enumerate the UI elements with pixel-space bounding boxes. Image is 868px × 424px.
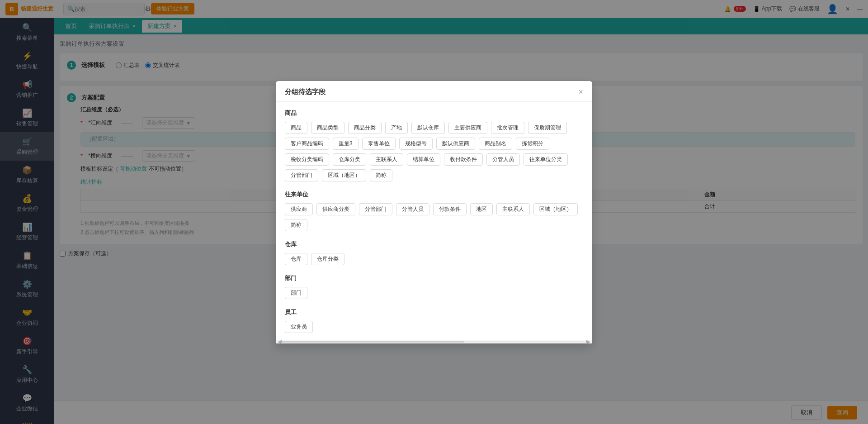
field-supplier-category[interactable]: 供应商分类 <box>316 203 355 215</box>
field-region[interactable]: 地区 <box>470 203 493 215</box>
field-payment-terms[interactable]: 收付款条件 <box>444 153 483 166</box>
field-customer-code[interactable]: 客户商品编码 <box>285 138 329 150</box>
field-dept[interactable]: 部门 <box>285 287 307 299</box>
scroll-right-btn[interactable]: ▶ <box>586 338 590 345</box>
section-partner-title: 往来单位 <box>285 191 583 199</box>
warehouse-fields: 仓库 仓库分类 <box>285 253 583 265</box>
field-default-warehouse[interactable]: 默认仓库 <box>411 122 445 134</box>
field-warehouse-category[interactable]: 仓库分类 <box>333 153 366 166</box>
section-dept-title: 部门 <box>285 274 583 282</box>
scroll-track <box>282 341 586 343</box>
field-main-contact[interactable]: 主联系人 <box>370 153 403 166</box>
modal-body: 商品 商品 商品类型 商品分类 产地 默认仓库 主要供应商 批次管理 保质期管理… <box>276 102 592 340</box>
section-employee: 员工 业务员 <box>285 308 583 333</box>
field-retail-unit[interactable]: 零售单位 <box>362 138 396 150</box>
field-salesperson[interactable]: 业务员 <box>285 321 313 333</box>
field-payment-cond[interactable]: 付款条件 <box>433 203 467 215</box>
modal-header: 分组待选字段 × <box>276 81 592 102</box>
field-abbr-partner[interactable]: 简称 <box>285 219 307 231</box>
section-dept: 部门 部门 <box>285 274 583 299</box>
modal-title: 分组待选字段 <box>285 88 326 96</box>
field-warehouse[interactable]: 仓库 <box>285 253 307 265</box>
section-warehouse: 仓库 仓库 仓库分类 <box>285 240 583 265</box>
field-partner-category[interactable]: 往来单位分类 <box>524 153 568 166</box>
field-origin[interactable]: 产地 <box>385 122 408 134</box>
field-area-partner[interactable]: 区域（地区） <box>533 203 578 215</box>
product-fields: 商品 商品类型 商品分类 产地 默认仓库 主要供应商 批次管理 保质期管理 客户… <box>285 122 583 181</box>
field-tax-code[interactable]: 税收分类编码 <box>285 153 329 166</box>
modal-overlay[interactable]: 分组待选字段 × 商品 商品 商品类型 商品分类 产地 默认仓库 主要供应商 批… <box>0 0 868 424</box>
field-abbr-product[interactable]: 简称 <box>370 169 392 181</box>
field-product-alias[interactable]: 商品别名 <box>479 138 512 150</box>
field-supervisor-partner[interactable]: 分管人员 <box>396 203 429 215</box>
field-product-category[interactable]: 商品分类 <box>348 122 382 134</box>
field-spec-model[interactable]: 规格型号 <box>399 138 433 150</box>
field-area-product[interactable]: 区域（地区） <box>322 169 366 181</box>
field-dept-mgr[interactable]: 分管部门 <box>285 169 318 181</box>
field-dept-partner[interactable]: 分管部门 <box>359 203 392 215</box>
field-main-contact-partner[interactable]: 主联系人 <box>496 203 530 215</box>
section-product-title: 商品 <box>285 109 583 117</box>
field-supplier[interactable]: 供应商 <box>285 203 313 215</box>
section-partner: 往来单位 供应商 供应商分类 分管部门 分管人员 付款条件 地区 主联系人 区域… <box>285 191 583 231</box>
section-employee-title: 员工 <box>285 308 583 316</box>
field-warehouse-cat[interactable]: 仓库分类 <box>311 253 344 265</box>
field-supervisor[interactable]: 分管人员 <box>486 153 520 166</box>
field-select-modal: 分组待选字段 × 商品 商品 商品类型 商品分类 产地 默认仓库 主要供应商 批… <box>276 81 592 343</box>
field-batch-mgmt[interactable]: 批次管理 <box>491 122 524 134</box>
field-expiry-mgmt[interactable]: 保质期管理 <box>528 122 567 134</box>
field-product-type[interactable]: 商品类型 <box>311 122 344 134</box>
field-main-supplier[interactable]: 主要供应商 <box>448 122 487 134</box>
dept-fields: 部门 <box>285 287 583 299</box>
scroll-thumb[interactable] <box>282 341 464 343</box>
section-warehouse-title: 仓库 <box>285 240 583 248</box>
partner-fields: 供应商 供应商分类 分管部门 分管人员 付款条件 地区 主联系人 区域（地区） … <box>285 203 583 231</box>
scroll-left-btn[interactable]: ◀ <box>278 338 282 345</box>
modal-close-button[interactable]: × <box>578 87 583 97</box>
field-weight3[interactable]: 重量3 <box>333 138 359 150</box>
field-default-supplier[interactable]: 默认供应商 <box>436 138 475 150</box>
employee-fields: 业务员 <box>285 321 583 333</box>
field-product[interactable]: 商品 <box>285 122 307 134</box>
modal-scrollbar[interactable]: ◀ ▶ <box>276 340 592 343</box>
section-product: 商品 商品 商品类型 商品分类 产地 默认仓库 主要供应商 批次管理 保质期管理… <box>285 109 583 181</box>
field-settlement-unit[interactable]: 结算单位 <box>407 153 440 166</box>
field-pick-points[interactable]: 拣货积分 <box>516 138 549 150</box>
